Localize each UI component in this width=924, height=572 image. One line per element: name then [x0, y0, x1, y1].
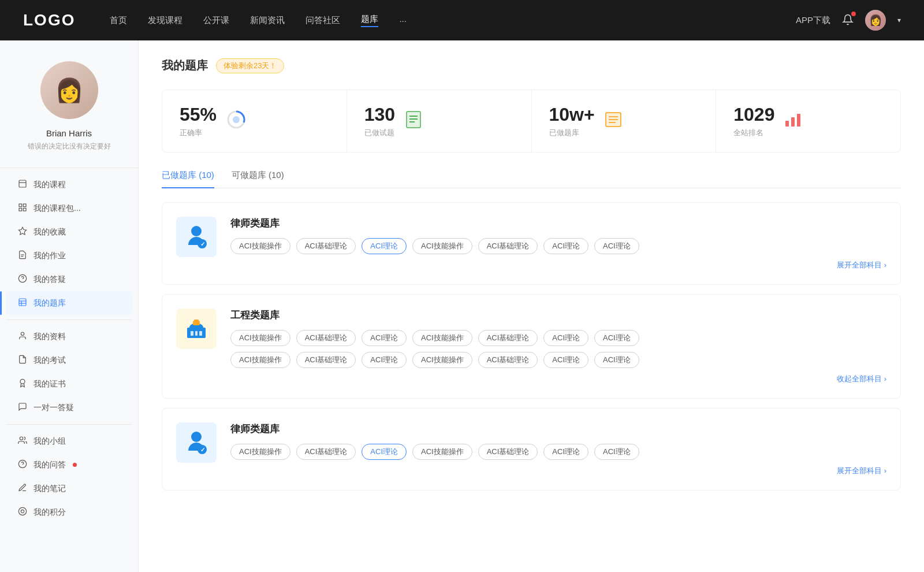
sidebar-item-exam[interactable]: 我的考试: [6, 348, 132, 372]
nav-opencourse[interactable]: 公开课: [203, 15, 229, 26]
user-avatar[interactable]: 👩: [865, 10, 886, 31]
engineer-1-tags-row1: ACI技能操作 ACI基础理论 ACI理论 ACI技能操作 ACI基础理论 AC…: [230, 330, 886, 346]
app-download-link[interactable]: APP下载: [796, 15, 830, 26]
lawyer-2-body: 律师类题库 ACI技能操作 ACI基础理论 ACI理论 ACI技能操作 ACI基…: [230, 422, 886, 476]
eng-tag-5[interactable]: ACI理论: [543, 330, 588, 346]
svg-point-18: [18, 460, 26, 467]
l2-tag-6[interactable]: ACI理论: [594, 444, 639, 460]
svg-rect-45: [195, 331, 198, 336]
lawyer-1-expand-btn[interactable]: 展开全部科目 ›: [230, 260, 886, 270]
l2-tag-2-active[interactable]: ACI理论: [362, 444, 407, 460]
tag-1[interactable]: ACI基础理论: [296, 238, 356, 254]
done-banks-label: 已做题库: [549, 128, 595, 138]
sidebar-item-course-pack[interactable]: 我的课程包...: [6, 196, 132, 220]
my-course-label: 我的课程: [33, 180, 66, 190]
eng-tag-3[interactable]: ACI技能操作: [412, 330, 472, 346]
l2-tag-4[interactable]: ACI基础理论: [478, 444, 538, 460]
category-card-lawyer-1: ✓ 律师类题库 ACI技能操作 ACI基础理论 ACI理论 ACI技能操作 AC…: [162, 202, 901, 285]
nav-quiz[interactable]: 题库: [361, 14, 378, 27]
quiz-bank-label: 我的题库: [33, 298, 66, 309]
stats-row: 55% 正确率 130 已做试题: [162, 90, 901, 153]
user-menu-chevron[interactable]: ▾: [897, 16, 901, 24]
svg-point-38: [191, 226, 202, 236]
svg-rect-5: [23, 208, 26, 211]
eng-tag-6[interactable]: ACI理论: [594, 330, 639, 346]
logo[interactable]: LOGO: [23, 11, 75, 29]
eng-tag-r2-3[interactable]: ACI技能操作: [412, 352, 472, 368]
sidebar-item-my-qa[interactable]: 我的问答: [6, 453, 132, 477]
eng-tag-r2-6[interactable]: ACI理论: [594, 352, 639, 368]
sidebar-menu: 我的课程 我的课程包... 我的收藏 我的作业: [0, 173, 138, 524]
eng-tag-0[interactable]: ACI技能操作: [230, 330, 290, 346]
sidebar-item-one-on-one[interactable]: 一对一答疑: [6, 396, 132, 419]
l2-tag-0[interactable]: ACI技能操作: [230, 444, 290, 460]
svg-rect-11: [19, 299, 26, 306]
tag-5[interactable]: ACI理论: [543, 238, 588, 254]
main-nav: 首页 发现课程 公开课 新闻资讯 问答社区 题库 ···: [110, 14, 796, 27]
sidebar-item-questions[interactable]: 我的答疑: [6, 268, 132, 291]
sidebar: 👩 Brian Harris 错误的决定比没有决定要好 我的课程 我的课程包..…: [0, 40, 139, 572]
notes-icon: [17, 483, 28, 494]
nav-discover[interactable]: 发现课程: [148, 15, 182, 26]
l2-tag-1[interactable]: ACI基础理论: [296, 444, 356, 460]
svg-point-17: [20, 437, 23, 440]
sidebar-item-group[interactable]: 我的小组: [6, 429, 132, 453]
certificate-icon: [17, 378, 28, 389]
stat-ranking: 1029 全站排名: [716, 90, 900, 152]
header: LOGO 首页 发现课程 公开课 新闻资讯 问答社区 题库 ··· APP下载 …: [0, 0, 924, 40]
lawyer-1-body: 律师类题库 ACI技能操作 ACI基础理论 ACI理论 ACI技能操作 ACI基…: [230, 217, 886, 270]
sidebar-item-homework[interactable]: 我的作业: [6, 244, 132, 268]
sidebar-item-favorites[interactable]: 我的收藏: [6, 220, 132, 244]
accuracy-icon: [226, 109, 247, 133]
sidebar-divider-bot: [6, 424, 132, 425]
tag-4[interactable]: ACI基础理论: [478, 238, 538, 254]
sidebar-item-quiz-bank[interactable]: 我的题库: [6, 291, 132, 315]
l2-tag-3[interactable]: ACI技能操作: [412, 444, 472, 460]
tag-3[interactable]: ACI技能操作: [412, 238, 472, 254]
sidebar-item-points[interactable]: 我的积分: [6, 500, 132, 524]
my-qa-icon: [17, 459, 28, 470]
notification-badge: [851, 12, 856, 16]
one-on-one-label: 一对一答疑: [33, 403, 74, 413]
done-questions-label: 已做试题: [364, 128, 395, 138]
sidebar-item-certificate[interactable]: 我的证书: [6, 372, 132, 396]
lawyer-svg-2: ✓: [182, 429, 210, 456]
tag-0[interactable]: ACI技能操作: [230, 238, 290, 254]
eng-tag-r2-1[interactable]: ACI基础理论: [296, 352, 356, 368]
trial-badge: 体验剩余23天！: [216, 58, 284, 73]
questions-icon: [17, 274, 28, 285]
eng-tag-4[interactable]: ACI基础理论: [478, 330, 538, 346]
eng-tag-1[interactable]: ACI基础理论: [296, 330, 356, 346]
tab-available-banks[interactable]: 可做题库 (10): [232, 170, 284, 188]
lawyer-2-expand-btn[interactable]: 展开全部科目 ›: [230, 466, 886, 476]
points-label: 我的积分: [33, 507, 66, 518]
l2-tag-5[interactable]: ACI理论: [543, 444, 588, 460]
questions-label: 我的答疑: [33, 274, 66, 285]
nav-qa[interactable]: 问答社区: [305, 15, 340, 26]
eng-tag-r2-5[interactable]: ACI理论: [543, 352, 588, 368]
eng-tag-r2-0[interactable]: ACI技能操作: [230, 352, 290, 368]
nav-news[interactable]: 新闻资讯: [250, 15, 285, 26]
engineer-1-collapse-btn[interactable]: 收起全部科目 ›: [230, 374, 886, 384]
sidebar-item-my-course[interactable]: 我的课程: [6, 173, 132, 196]
course-pack-label: 我的课程包...: [33, 203, 81, 214]
svg-point-15: [21, 332, 24, 335]
lawyer-2-name: 律师类题库: [230, 422, 886, 436]
profile-label: 我的资料: [33, 332, 66, 342]
nav-home[interactable]: 首页: [110, 15, 127, 26]
svg-rect-46: [199, 331, 202, 336]
tab-done-banks[interactable]: 已做题库 (10): [162, 170, 214, 188]
eng-tag-r2-4[interactable]: ACI基础理论: [478, 352, 538, 368]
notification-bell[interactable]: [842, 14, 854, 27]
tag-6[interactable]: ACI理论: [594, 238, 639, 254]
eng-tag-2[interactable]: ACI理论: [362, 330, 407, 346]
sidebar-item-notes[interactable]: 我的笔记: [6, 477, 132, 500]
sidebar-item-profile[interactable]: 我的资料: [6, 325, 132, 348]
exam-icon: [17, 355, 28, 366]
stat-accuracy: 55% 正确率: [162, 90, 347, 152]
tag-2-active[interactable]: ACI理论: [362, 238, 407, 254]
eng-tag-r2-2[interactable]: ACI理论: [362, 352, 407, 368]
sidebar-divider-mid: [6, 320, 132, 320]
nav-more[interactable]: ···: [399, 16, 407, 25]
accuracy-value: 55%: [180, 104, 217, 125]
